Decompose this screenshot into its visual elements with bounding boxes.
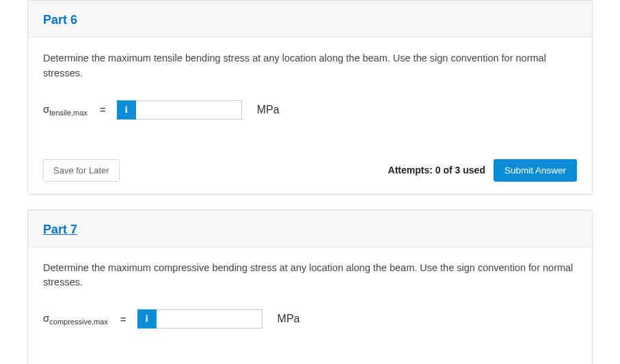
attempts-text: Attempts: 0 of 3 used: [388, 165, 485, 176]
part-header: Part 6: [28, 1, 592, 38]
save-for-later-button[interactable]: Save for Later: [43, 159, 120, 182]
part-title: Part 6: [43, 13, 577, 27]
unit-label: MPa: [278, 313, 300, 325]
unit-label: MPa: [257, 104, 280, 116]
part-header: Part 7: [28, 210, 592, 247]
variable-label: σtensile,max: [43, 103, 87, 117]
answer-input[interactable]: [157, 309, 262, 328]
info-icon[interactable]: i: [117, 100, 136, 120]
answer-input-row: σtensile,max = i MPa: [43, 100, 577, 120]
question-text: Determine the maximum tensile bending st…: [43, 51, 577, 81]
answer-input[interactable]: [136, 100, 242, 120]
footer-row: Save for Later Attempts: 0 of 3 used Sub…: [43, 159, 577, 182]
input-wrap: i: [117, 100, 242, 120]
part-card-7: Part 7 Determine the maximum compressive…: [27, 210, 593, 365]
submit-answer-button[interactable]: Submit Answer: [494, 159, 577, 182]
equals-sign: =: [100, 104, 106, 115]
right-actions: Attempts: 0 of 3 used Submit Answer: [388, 159, 577, 182]
part-card-6: Part 6 Determine the maximum tensile ben…: [27, 0, 593, 195]
question-text: Determine the maximum compressive bendin…: [43, 261, 577, 291]
part-body: Determine the maximum compressive bendin…: [28, 247, 592, 365]
answer-input-row: σcompressive,max = i MPa: [43, 309, 577, 328]
equals-sign: =: [120, 313, 126, 325]
variable-label: σcompressive,max: [43, 312, 108, 326]
part-title[interactable]: Part 7: [43, 223, 577, 237]
info-icon[interactable]: i: [137, 309, 157, 328]
part-body: Determine the maximum tensile bending st…: [28, 38, 592, 194]
input-wrap: i: [137, 309, 262, 328]
